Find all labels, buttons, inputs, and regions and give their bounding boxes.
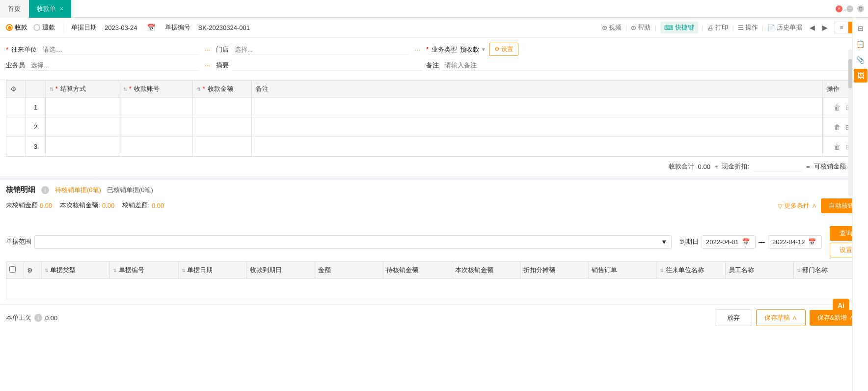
unchecked-value: 0.00 bbox=[40, 202, 52, 209]
verifiable-label: 可核销金额 bbox=[814, 162, 846, 171]
td-remark-1[interactable] bbox=[252, 98, 823, 117]
calendar-icon[interactable]: 📅 bbox=[145, 22, 157, 33]
window-close-btn[interactable]: × bbox=[836, 5, 842, 12]
window-min-btn[interactable]: — bbox=[846, 5, 853, 12]
operation-link[interactable]: ☰ 操作 bbox=[738, 23, 758, 32]
delete-row-2-btn[interactable]: 🗑 bbox=[833, 122, 841, 132]
bottom-table-settings-icon[interactable]: ⚙ bbox=[27, 267, 33, 274]
sidebar-image-icon[interactable]: 🖼 bbox=[854, 69, 868, 83]
summary-input[interactable] bbox=[232, 60, 422, 71]
form-row-1: * 往来单位 ··· 门店 ··· * 业务类型 预收款 ▼ bbox=[6, 43, 862, 56]
td-amount-2[interactable] bbox=[193, 117, 252, 137]
table-settings-icon[interactable]: ⚙ bbox=[10, 85, 17, 93]
next-btn[interactable]: ▶ bbox=[819, 22, 831, 33]
store-more-btn[interactable]: ··· bbox=[412, 46, 422, 54]
th-pending-amount: 待核销金额 bbox=[383, 262, 452, 279]
scrollbar-thumb[interactable] bbox=[848, 59, 852, 88]
bottom-table-header: ⚙ ⇅ 单据类型 ⇅ 单据编号 ⇅ 单据日期 bbox=[6, 262, 862, 279]
prev-btn[interactable]: ◀ bbox=[806, 22, 818, 33]
bill-range-arrow-icon: ▼ bbox=[661, 238, 667, 246]
bill-no-value[interactable]: SK-20230324-001 bbox=[198, 24, 250, 31]
discard-button[interactable]: 放弃 bbox=[715, 309, 752, 326]
remark-label: 备注 bbox=[426, 61, 439, 70]
verified-tab[interactable]: 已核销单据(0笔) bbox=[107, 186, 153, 195]
td-account-3[interactable] bbox=[119, 137, 193, 157]
delete-row-3-btn[interactable]: 🗑 bbox=[833, 142, 841, 152]
discount-input[interactable] bbox=[753, 162, 802, 171]
td-settlement-1[interactable] bbox=[46, 98, 119, 117]
bill-range-select[interactable]: ▼ bbox=[34, 235, 672, 249]
td-remark-2[interactable] bbox=[252, 117, 823, 137]
operation-label: 操作 bbox=[745, 23, 758, 32]
th-counterparty: ⇅ 往来单位名称 bbox=[657, 262, 725, 279]
sort-bill-date-icon: ⇅ bbox=[182, 268, 186, 273]
salesperson-more-btn[interactable]: ··· bbox=[202, 61, 212, 69]
sidebar-attach-icon[interactable]: 📎 bbox=[854, 53, 868, 67]
last-label: 本单上欠 bbox=[6, 313, 31, 322]
select-all-checkbox[interactable] bbox=[9, 266, 16, 273]
counterparty-input[interactable] bbox=[40, 44, 200, 55]
video-icon: ⊙ bbox=[602, 24, 607, 31]
diff-value: 0.00 bbox=[152, 202, 164, 209]
radio-refund[interactable]: 退款 bbox=[33, 23, 55, 32]
counterparty-more-btn[interactable]: ··· bbox=[202, 46, 212, 54]
info-icon[interactable]: i bbox=[41, 186, 49, 194]
counterparty-field: * 往来单位 ··· bbox=[6, 44, 212, 55]
sidebar-doc-icon[interactable]: 📋 bbox=[854, 37, 868, 51]
business-type-label: * 业务类型 bbox=[426, 45, 457, 54]
td-settlement-3[interactable] bbox=[46, 137, 119, 157]
shortcut-label: 快捷键 bbox=[675, 23, 694, 32]
th-settings[interactable]: ⚙ bbox=[6, 81, 26, 98]
th-check[interactable] bbox=[6, 262, 24, 279]
diff-label: 核销差额: bbox=[122, 201, 150, 210]
ai-badge[interactable]: Ai bbox=[833, 299, 849, 312]
salesperson-input[interactable] bbox=[28, 60, 199, 71]
save-draft-button[interactable]: 保存草稿 ∧ bbox=[756, 309, 806, 326]
date-end-value: 2022-04-12 bbox=[772, 238, 805, 246]
radio-receipt[interactable]: 收款 bbox=[6, 23, 27, 32]
last-value: 0.00 bbox=[45, 314, 57, 322]
th-sales-order: 销售订单 bbox=[589, 262, 657, 279]
shortcut-link[interactable]: ⌨ 快捷键 bbox=[660, 22, 698, 33]
more-filter-btn[interactable]: ▽ 更多条件 ∧ bbox=[778, 201, 817, 210]
tab-close-icon[interactable]: × bbox=[60, 5, 63, 12]
summary-label: 摘要 bbox=[216, 61, 229, 70]
required-star-1: * bbox=[6, 46, 8, 53]
print-link[interactable]: 🖨 打印 bbox=[707, 23, 728, 32]
td-settlement-2[interactable] bbox=[46, 117, 119, 137]
th-gear[interactable]: ⚙ bbox=[24, 262, 42, 279]
business-type-select[interactable]: 预收款 ▼ bbox=[460, 45, 486, 54]
help-link[interactable]: ⊙ 帮助 bbox=[631, 23, 651, 32]
video-link[interactable]: ⊙ 视频 bbox=[602, 23, 622, 32]
window-max-btn[interactable]: □ bbox=[857, 5, 864, 12]
delete-row-1-btn[interactable]: 🗑 bbox=[833, 103, 841, 112]
td-empty-2 bbox=[6, 117, 26, 137]
date-value[interactable]: 2023-03-24 bbox=[105, 24, 137, 31]
radio-receipt-circle bbox=[6, 24, 13, 31]
bill-range-label: 单据范围 bbox=[6, 237, 31, 246]
layout-list-btn[interactable]: ≡ bbox=[835, 22, 848, 33]
date-range-field: 到期日 2022-04-01 📅 — 2022-04-12 📅 bbox=[679, 235, 822, 249]
save-draft-label: 保存草稿 ∧ bbox=[764, 313, 797, 322]
td-remark-3[interactable] bbox=[252, 137, 823, 157]
history-link[interactable]: 📄 历史单据 bbox=[767, 23, 802, 32]
scrollbar-track bbox=[848, 49, 852, 196]
pending-tab[interactable]: 待核销单据(0笔) bbox=[55, 186, 101, 195]
settings-button[interactable]: ⚙ 设置 bbox=[489, 43, 518, 56]
remark-input[interactable] bbox=[442, 60, 862, 71]
date-start-input[interactable]: 2022-04-01 📅 bbox=[702, 235, 756, 249]
td-account-2[interactable] bbox=[119, 117, 193, 137]
verify-table: ⚙ ⇅ 单据类型 ⇅ 单据编号 ⇅ 单据日期 bbox=[6, 261, 862, 299]
td-account-1[interactable] bbox=[119, 98, 193, 117]
store-input[interactable] bbox=[232, 44, 409, 55]
td-amount-3[interactable] bbox=[193, 137, 252, 157]
tab-receipt[interactable]: 收款单 × bbox=[29, 0, 72, 18]
filter-icon: ▽ bbox=[778, 202, 783, 210]
th-remark: 备注 bbox=[252, 81, 823, 98]
footer-info-icon[interactable]: i bbox=[34, 314, 42, 322]
td-amount-1[interactable] bbox=[193, 98, 252, 117]
sidebar-table-icon[interactable]: ⊟ bbox=[854, 22, 868, 35]
tab-home[interactable]: 首页 bbox=[0, 0, 29, 18]
verify-header: 核销明细 i 待核销单据(0笔) 已核销单据(0笔) bbox=[6, 185, 862, 195]
date-end-input[interactable]: 2022-04-12 📅 bbox=[768, 235, 822, 249]
